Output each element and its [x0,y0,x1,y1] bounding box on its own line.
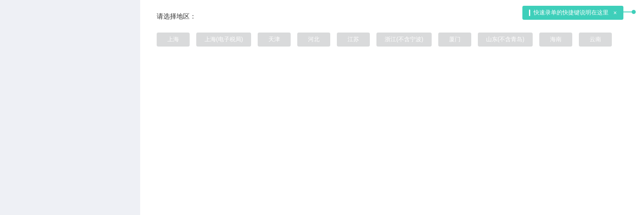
region-button-zhejiang[interactable]: 浙江(不含宁波) [376,33,431,47]
tooltip-dot [632,10,636,14]
sidebar [0,0,140,215]
tooltip-bar-accent [529,9,530,16]
region-button-hainan[interactable]: 海南 [539,33,572,47]
region-button-shanghai-etax[interactable]: 上海(电子税局) [196,33,251,47]
region-button-shandong[interactable]: 山东(不含青岛) [478,33,533,47]
region-button-tianjin[interactable]: 天津 [258,33,291,47]
tooltip-bar: 快速录单的快捷键说明在这里 × [522,6,623,20]
tooltip-connector [623,12,632,12]
region-button-shanghai[interactable]: 上海 [157,33,190,47]
region-button-xiamen[interactable]: 厦门 [438,33,471,47]
region-button-hebei[interactable]: 河北 [297,33,330,47]
region-buttons-container: 上海上海(电子税局)天津河北江苏浙江(不含宁波)厦门山东(不含青岛)海南云南 [157,33,628,47]
region-button-jiangsu[interactable]: 江苏 [337,33,370,47]
main-content: 请选择地区： 上海上海(电子税局)天津河北江苏浙江(不含宁波)厦门山东(不含青岛… [140,0,644,215]
tooltip-close-button[interactable]: × [613,9,617,16]
tooltip-text: 快速录单的快捷键说明在这里 [534,9,609,16]
region-button-yunnan[interactable]: 云南 [579,33,612,47]
